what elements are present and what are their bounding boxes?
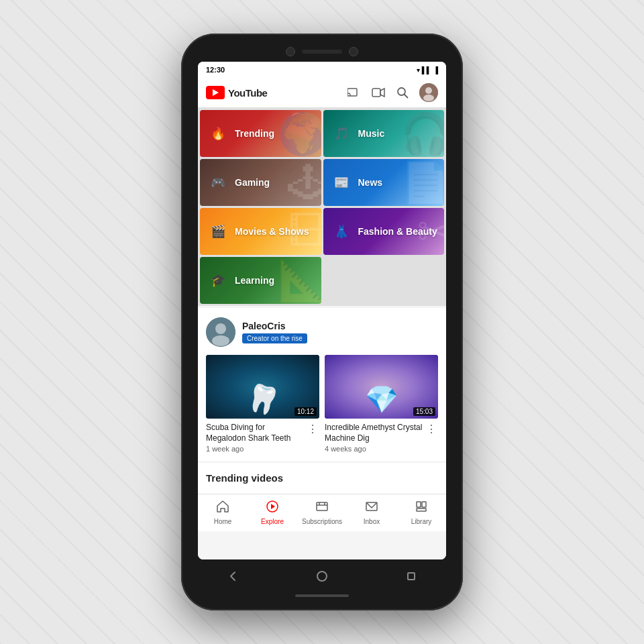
nav-home[interactable]: Home bbox=[198, 500, 248, 525]
camera-dot bbox=[286, 47, 295, 56]
music-label: Music bbox=[358, 128, 385, 139]
camera-button[interactable] bbox=[371, 85, 386, 100]
svg-point-10 bbox=[212, 335, 229, 346]
svg-point-6 bbox=[425, 87, 432, 94]
svg-point-21 bbox=[317, 572, 327, 581]
android-home-button[interactable] bbox=[312, 566, 332, 586]
video-title-2: Incredible Amethyst Crystal Machine Dig bbox=[325, 423, 425, 443]
explore-nav-label: Explore bbox=[261, 518, 284, 525]
music-bg-decoration: 🎧 bbox=[400, 110, 444, 157]
svg-rect-0 bbox=[347, 89, 357, 96]
learning-icon: 🎓 bbox=[208, 270, 228, 290]
user-avatar[interactable] bbox=[419, 83, 438, 102]
inbox-nav-label: Inbox bbox=[364, 518, 380, 525]
gaming-icon: 🎮 bbox=[208, 172, 228, 193]
creator-section: PaleoCris Creator on the rise 10:12 bbox=[198, 308, 446, 461]
creator-info: PaleoCris Creator on the rise bbox=[242, 321, 307, 343]
category-movies[interactable]: 🎬 Movies & Shows 🎞 bbox=[200, 208, 321, 255]
category-fashion[interactable]: 👗 Fashion & Beauty ✂ bbox=[323, 208, 445, 255]
svg-line-4 bbox=[405, 95, 408, 98]
library-nav-label: Library bbox=[411, 518, 432, 525]
explore-nav-icon bbox=[266, 500, 279, 517]
speaker-grille bbox=[302, 50, 342, 54]
videos-row: 10:12 Scuba Diving for Megalodon Shark T… bbox=[206, 355, 438, 455]
category-grid: 🔥 Trending 🌍 🎵 Music 🎧 🎮 Gaming bbox=[198, 108, 446, 306]
video-age-1: 1 week ago bbox=[206, 445, 306, 453]
android-recents-button[interactable] bbox=[401, 566, 421, 586]
svg-rect-22 bbox=[408, 573, 415, 580]
battery-icon: ▐ bbox=[433, 66, 438, 74]
svg-point-7 bbox=[423, 95, 434, 101]
news-icon: 📰 bbox=[331, 172, 352, 193]
inbox-nav-icon bbox=[365, 500, 378, 517]
nav-inbox[interactable]: Inbox bbox=[347, 500, 396, 525]
gaming-label: Gaming bbox=[235, 177, 270, 188]
video-title-1: Scuba Diving for Megalodon Shark Teeth bbox=[206, 423, 306, 443]
cast-button[interactable] bbox=[347, 85, 362, 100]
category-gaming[interactable]: 🎮 Gaming 🕹 bbox=[200, 159, 321, 206]
music-icon: 🎵 bbox=[331, 123, 352, 144]
movies-icon: 🎬 bbox=[208, 221, 228, 241]
svg-rect-1 bbox=[372, 89, 380, 97]
search-button[interactable] bbox=[395, 85, 410, 100]
category-trending[interactable]: 🔥 Trending 🌍 bbox=[200, 110, 321, 157]
status-bar: 12:30 ▾ ▌▌ ▐ bbox=[198, 62, 446, 78]
android-navigation bbox=[188, 559, 456, 590]
svg-point-9 bbox=[215, 323, 226, 334]
creator-name: PaleoCris bbox=[242, 321, 307, 331]
video-thumbnail-1: 10:12 bbox=[206, 355, 319, 419]
signal-icon: ▌▌ bbox=[422, 66, 431, 74]
video-duration-2: 15:03 bbox=[413, 407, 435, 416]
video-card-1[interactable]: 10:12 Scuba Diving for Megalodon Shark T… bbox=[206, 355, 319, 455]
phone-body: 12:30 ▾ ▌▌ ▐ YouTube bbox=[181, 34, 463, 610]
status-time: 12:30 bbox=[206, 66, 225, 74]
video-meta-1: Scuba Diving for Megalodon Shark Teeth 1… bbox=[206, 423, 306, 453]
creator-avatar[interactable] bbox=[206, 317, 235, 347]
subscriptions-nav-icon bbox=[315, 500, 329, 517]
video-duration-1: 10:12 bbox=[294, 407, 317, 416]
nav-library[interactable]: Library bbox=[396, 500, 446, 525]
svg-rect-13 bbox=[317, 502, 327, 511]
fashion-icon: 👗 bbox=[331, 221, 352, 241]
creator-header: PaleoCris Creator on the rise bbox=[206, 317, 438, 347]
video-thumbnail-2: 15:03 bbox=[325, 355, 438, 419]
trending-icon: 🔥 bbox=[208, 123, 228, 144]
video-age-2: 4 weeks ago bbox=[325, 445, 425, 453]
video-meta-2: Incredible Amethyst Crystal Machine Dig … bbox=[325, 423, 425, 453]
trending-section: Trending videos bbox=[198, 463, 446, 494]
video-info-2: Incredible Amethyst Crystal Machine Dig … bbox=[325, 419, 438, 455]
category-news[interactable]: 📰 News 📄 bbox=[323, 159, 445, 206]
nav-subscriptions[interactable]: Subscriptions bbox=[297, 500, 347, 525]
yt-logo: YouTube bbox=[206, 86, 267, 99]
creator-badge: Creator on the rise bbox=[242, 333, 307, 343]
trending-bg-decoration: 🌍 bbox=[278, 110, 321, 157]
video-card-2[interactable]: 15:03 Incredible Amethyst Crystal Machin… bbox=[325, 355, 438, 455]
phone-bottom-bar bbox=[295, 594, 349, 597]
bottom-indicator-bar bbox=[295, 594, 349, 597]
svg-marker-2 bbox=[380, 89, 384, 97]
news-label: News bbox=[358, 177, 383, 188]
main-scroll-content[interactable]: 🔥 Trending 🌍 🎵 Music 🎧 🎮 Gaming bbox=[198, 108, 446, 559]
svg-marker-12 bbox=[271, 504, 275, 509]
bottom-navigation: Home Explore bbox=[198, 494, 446, 531]
home-nav-label: Home bbox=[214, 518, 232, 525]
category-learning[interactable]: 🎓 Learning 📐 bbox=[200, 257, 321, 304]
yt-logo-icon bbox=[206, 86, 225, 99]
phone-top-notch bbox=[188, 47, 456, 56]
trending-title: Trending videos bbox=[206, 472, 283, 484]
video-menu-2[interactable]: ⋮ bbox=[425, 423, 438, 435]
video-menu-1[interactable]: ⋮ bbox=[306, 423, 319, 435]
svg-rect-19 bbox=[422, 502, 426, 507]
learning-bg-decoration: 📐 bbox=[278, 257, 321, 304]
movies-label: Movies & Shows bbox=[235, 226, 309, 237]
category-music[interactable]: 🎵 Music 🎧 bbox=[323, 110, 445, 157]
wifi-icon: ▾ bbox=[417, 66, 420, 74]
header-icons bbox=[347, 83, 438, 102]
camera-dot-2 bbox=[349, 47, 358, 56]
svg-rect-20 bbox=[417, 508, 426, 511]
android-back-button[interactable] bbox=[223, 566, 243, 586]
library-nav-icon bbox=[415, 500, 428, 517]
nav-explore[interactable]: Explore bbox=[248, 500, 297, 525]
trending-label: Trending bbox=[235, 128, 274, 139]
learning-label: Learning bbox=[235, 275, 274, 286]
